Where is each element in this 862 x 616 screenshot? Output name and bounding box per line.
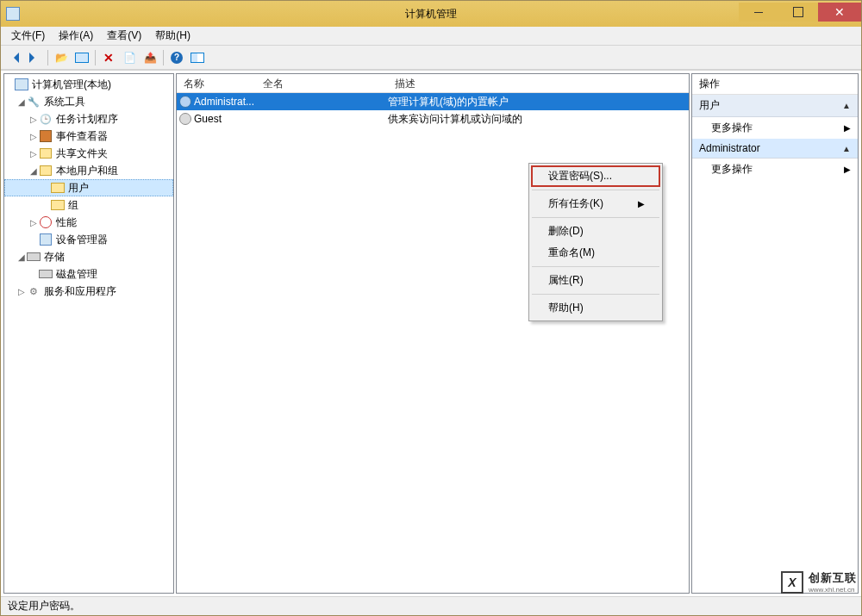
context-delete[interactable]: 删除(D) [531, 221, 660, 242]
window-controls: ✕ [739, 6, 861, 22]
column-fullname[interactable]: 全名 [256, 74, 388, 92]
minimize-button[interactable] [739, 3, 778, 22]
toolbar-separator [163, 50, 164, 65]
user-disabled-icon [177, 113, 194, 125]
properties-button[interactable] [72, 48, 91, 67]
list-row-administrator[interactable]: Administrat... 管理计算机(域)的内置帐户 [177, 93, 689, 110]
performance-icon [39, 215, 53, 229]
column-description[interactable]: 描述 [388, 74, 689, 92]
tree-local-users-groups[interactable]: ◢本地用户和组 [4, 162, 173, 179]
menu-item-label: 帮助(H) [548, 301, 584, 315]
window-title: 计算机管理 [405, 7, 457, 22]
list-row-guest[interactable]: Guest 供来宾访问计算机或访问域的 [177, 110, 689, 128]
up-one-level-button[interactable] [52, 48, 71, 67]
tools-icon [27, 95, 41, 109]
tree-pane[interactable]: 计算机管理(本地) ◢系统工具 ▷任务计划程序 ▷事件查看器 ▷共享文件夹 ◢本… [3, 73, 174, 594]
users-groups-icon [39, 164, 53, 177]
tree-label: 设备管理器 [56, 233, 108, 247]
tree-device-manager[interactable]: 设备管理器 [4, 231, 173, 248]
tree-shared-folders[interactable]: ▷共享文件夹 [4, 145, 173, 162]
tree-task-scheduler[interactable]: ▷任务计划程序 [4, 110, 173, 128]
action-group-label: Administrator [699, 142, 760, 154]
watermark-sub: www.xhl.net.cn [809, 586, 857, 594]
forward-button[interactable] [25, 48, 44, 67]
status-text: 设定用户密码。 [8, 599, 80, 613]
toolbar [1, 46, 861, 70]
context-properties[interactable]: 属性(R) [531, 270, 660, 291]
help-button[interactable] [167, 48, 186, 67]
menu-item-label: 所有任务(K) [548, 196, 603, 211]
export-list-button[interactable] [141, 48, 159, 67]
collapse-icon: ▲ [842, 101, 851, 110]
toolbar-separator [47, 50, 48, 65]
folder-icon [51, 181, 65, 195]
tree-system-tools[interactable]: ◢系统工具 [4, 93, 173, 110]
action-pane-title: 操作 [692, 74, 858, 95]
action-more-actions-users[interactable]: 更多操作 ▶ [692, 117, 858, 139]
submenu-arrow-icon: ▶ [844, 123, 851, 133]
tree-label: 任务计划程序 [56, 112, 118, 127]
context-set-password[interactable]: 设置密码(S)... [531, 165, 660, 187]
action-item-label: 更多操作 [711, 121, 753, 135]
menu-action[interactable]: 操作(A) [52, 27, 100, 45]
tree-label: 服务和应用程序 [44, 284, 116, 299]
tree-disk-management[interactable]: 磁盘管理 [4, 265, 173, 283]
submenu-arrow-icon: ▶ [638, 199, 645, 208]
content-area: 计算机管理(本地) ◢系统工具 ▷任务计划程序 ▷事件查看器 ▷共享文件夹 ◢本… [1, 70, 861, 596]
user-icon [177, 96, 194, 108]
action-group-administrator[interactable]: Administrator ▲ [692, 139, 858, 159]
app-window: 计算机管理 ✕ 文件(F) 操作(A) 查看(V) 帮助(H) 计算机管理(本地… [0, 0, 862, 616]
action-item-label: 更多操作 [711, 162, 753, 177]
tree-performance[interactable]: ▷性能 [4, 214, 173, 231]
computer-icon [15, 78, 28, 91]
tree-label: 磁盘管理 [56, 267, 97, 282]
menu-item-label: 设置密码(S)... [548, 169, 612, 184]
maximize-button[interactable] [778, 3, 818, 22]
menu-file[interactable]: 文件(F) [4, 27, 52, 45]
watermark-logo: X [781, 571, 803, 594]
action-group-users[interactable]: 用户 ▲ [692, 95, 858, 117]
menu-item-label: 属性(R) [548, 273, 584, 288]
menu-separator [532, 217, 659, 218]
menu-help[interactable]: 帮助(H) [148, 27, 197, 45]
menu-item-label: 重命名(M) [548, 246, 595, 260]
tree-label: 系统工具 [44, 95, 85, 109]
tree-label: 本地用户和组 [56, 164, 118, 178]
menu-view[interactable]: 查看(V) [100, 27, 148, 45]
context-help[interactable]: 帮助(H) [531, 297, 660, 319]
tree-groups[interactable]: 组 [4, 196, 173, 214]
tree-label: 计算机管理(本地) [32, 78, 111, 92]
context-all-tasks[interactable]: 所有任务(K)▶ [531, 193, 660, 215]
tree-root[interactable]: 计算机管理(本地) [4, 76, 173, 93]
column-name[interactable]: 名称 [177, 74, 256, 92]
list-pane[interactable]: 名称 全名 描述 Administrat... 管理计算机(域)的内置帐户 Gu… [176, 73, 690, 594]
menu-item-label: 删除(D) [548, 224, 584, 239]
disk-icon [39, 267, 53, 281]
action-more-actions-admin[interactable]: 更多操作 ▶ [692, 159, 858, 180]
tree-services-apps[interactable]: ▷服务和应用程序 [4, 283, 173, 300]
event-viewer-icon [39, 129, 53, 143]
refresh-button[interactable] [120, 48, 139, 67]
action-group-label: 用户 [699, 98, 720, 113]
tree-users[interactable]: 用户 [4, 179, 173, 196]
back-button[interactable] [4, 48, 23, 67]
tree-label: 用户 [68, 181, 89, 196]
list-body: Administrat... 管理计算机(域)的内置帐户 Guest 供来宾访问… [177, 93, 689, 128]
context-menu: 设置密码(S)... 所有任务(K)▶ 删除(D) 重命名(M) 属性(R) 帮… [528, 163, 663, 321]
menu-separator [532, 294, 659, 295]
tree-storage[interactable]: ◢存储 [4, 248, 173, 265]
app-icon [6, 7, 20, 21]
context-rename[interactable]: 重命名(M) [531, 242, 660, 264]
close-button[interactable]: ✕ [818, 3, 861, 22]
delete-button[interactable] [99, 48, 118, 67]
cell-name: Administrat... [194, 96, 256, 108]
action-pane: 操作 用户 ▲ 更多操作 ▶ Administrator ▲ 更多操作 ▶ [691, 73, 859, 594]
tree-label: 共享文件夹 [56, 146, 108, 161]
title-bar[interactable]: 计算机管理 ✕ [1, 1, 861, 27]
collapse-icon: ▲ [842, 144, 851, 153]
tree-event-viewer[interactable]: ▷事件查看器 [4, 128, 173, 145]
show-hide-action-pane-button[interactable] [188, 48, 207, 67]
tree-label: 组 [68, 198, 78, 213]
menu-bar: 文件(F) 操作(A) 查看(V) 帮助(H) [1, 27, 861, 46]
status-bar: 设定用户密码。 [1, 596, 861, 615]
